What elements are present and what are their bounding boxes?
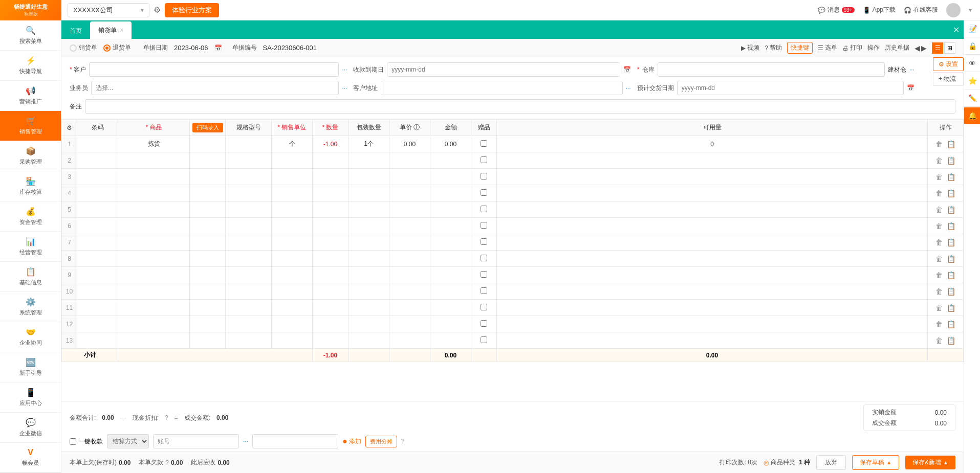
- qty-cell-1[interactable]: -1.00: [313, 136, 349, 152]
- qty-cell-5[interactable]: [313, 201, 349, 218]
- barcode-cell-3[interactable]: [77, 169, 118, 185]
- expected-delivery-calendar-icon[interactable]: 📅: [907, 84, 914, 92]
- delete-icon-11[interactable]: 🗑: [935, 304, 943, 312]
- calendar-icon[interactable]: 📅: [214, 44, 222, 52]
- sidebar-item-operations[interactable]: 📊 经营管理: [0, 232, 61, 262]
- delete-icon-2[interactable]: 🗑: [935, 156, 943, 165]
- copy-icon-8[interactable]: 📋: [947, 255, 955, 263]
- gift-checkbox-9[interactable]: [481, 271, 487, 278]
- settings-action-btn[interactable]: ⚙ 设置: [933, 57, 964, 71]
- float-btn-5[interactable]: ✏️: [964, 90, 980, 107]
- gift-checkbox-2[interactable]: [481, 156, 487, 163]
- doc-type-return-radio[interactable]: 退货单: [103, 43, 131, 52]
- product-cell-7[interactable]: [118, 234, 190, 251]
- gift-checkbox-1[interactable]: [481, 140, 487, 147]
- pkg-qty-cell-8[interactable]: [349, 251, 389, 267]
- delete-icon-5[interactable]: 🗑: [935, 206, 943, 214]
- product-cell-3[interactable]: [118, 169, 190, 185]
- spec-cell-13[interactable]: [226, 332, 272, 349]
- qty-cell-3[interactable]: [313, 169, 349, 185]
- unit-cell-10[interactable]: [272, 283, 313, 300]
- col-settings[interactable]: ⚙: [62, 120, 77, 136]
- select-btn[interactable]: ☰ 选单: [818, 43, 837, 52]
- delete-icon-12[interactable]: 🗑: [935, 320, 943, 328]
- unit-cell-1[interactable]: 个: [272, 136, 313, 152]
- amount-cell-6[interactable]: [430, 218, 471, 234]
- product-cell-9[interactable]: [118, 267, 190, 283]
- notes-input[interactable]: [85, 99, 955, 114]
- sidebar-item-base-info[interactable]: 📋 基础信息: [0, 262, 61, 292]
- delete-icon-6[interactable]: 🗑: [935, 222, 943, 230]
- message-item[interactable]: 💬 消息 99+: [818, 6, 855, 14]
- doc-type-sales-radio[interactable]: 销货单: [70, 43, 97, 52]
- add-btn[interactable]: ● 添加: [342, 437, 361, 446]
- spec-cell-3[interactable]: [226, 169, 272, 185]
- app-download-item[interactable]: 📱 App下载: [863, 6, 896, 14]
- gift-cell-8[interactable]: [471, 251, 497, 267]
- copy-icon-12[interactable]: 📋: [947, 320, 955, 328]
- expense-split-btn[interactable]: 费用分摊: [365, 436, 397, 447]
- copy-icon-2[interactable]: 📋: [947, 156, 955, 165]
- pkg-qty-cell-9[interactable]: [349, 267, 389, 283]
- pkg-qty-cell-7[interactable]: [349, 234, 389, 251]
- barcode-cell-1[interactable]: [77, 136, 118, 152]
- amount-cell-9[interactable]: [430, 267, 471, 283]
- copy-icon-1[interactable]: 📋: [947, 140, 955, 148]
- unit-cell-8[interactable]: [272, 251, 313, 267]
- spec-cell-6[interactable]: [226, 218, 272, 234]
- product-cell-4[interactable]: [118, 185, 190, 201]
- operation-btn[interactable]: 操作: [867, 43, 880, 52]
- sidebar-item-collab[interactable]: 🤝 企业协同: [0, 322, 61, 352]
- float-btn-4[interactable]: ⭐: [964, 73, 980, 89]
- warehouse-input[interactable]: [658, 62, 885, 77]
- gift-cell-11[interactable]: [471, 300, 497, 316]
- pkg-qty-cell-11[interactable]: [349, 300, 389, 316]
- unit-cell-11[interactable]: [272, 300, 313, 316]
- amount-cell-13[interactable]: [430, 332, 471, 349]
- price-cell-9[interactable]: [389, 267, 430, 283]
- grid-view-btn[interactable]: ⊞: [944, 42, 955, 54]
- pkg-qty-cell-6[interactable]: [349, 218, 389, 234]
- copy-icon-5[interactable]: 📋: [947, 206, 955, 214]
- amount-cell-5[interactable]: [430, 201, 471, 218]
- amount-cell-2[interactable]: [430, 152, 471, 169]
- gift-checkbox-10[interactable]: [481, 287, 487, 294]
- price-cell-3[interactable]: [389, 169, 430, 185]
- barcode-cell-2[interactable]: [77, 152, 118, 169]
- pkg-qty-cell-1[interactable]: 1个: [349, 136, 389, 152]
- price-cell-4[interactable]: [389, 185, 430, 201]
- product-cell-5[interactable]: [118, 201, 190, 218]
- unit-cell-2[interactable]: [272, 152, 313, 169]
- shortcut-btn[interactable]: 快捷键: [787, 42, 813, 54]
- amount-cell-10[interactable]: [430, 283, 471, 300]
- user-arrow[interactable]: ▾: [969, 7, 972, 14]
- expected-delivery-input[interactable]: [677, 81, 904, 95]
- gift-cell-7[interactable]: [471, 234, 497, 251]
- product-cell-10[interactable]: [118, 283, 190, 300]
- price-cell-8[interactable]: [389, 251, 430, 267]
- unit-cell-7[interactable]: [272, 234, 313, 251]
- scan-btn[interactable]: 扫码录入: [192, 123, 223, 132]
- gift-cell-5[interactable]: [471, 201, 497, 218]
- qty-cell-9[interactable]: [313, 267, 349, 283]
- sidebar-item-guide[interactable]: 🆕 新手引导: [0, 352, 61, 382]
- price-cell-6[interactable]: [389, 218, 430, 234]
- qty-cell-6[interactable]: [313, 218, 349, 234]
- sidebar-item-inventory[interactable]: 🏪 库存核算: [0, 171, 61, 201]
- unit-cell-5[interactable]: [272, 201, 313, 218]
- spec-cell-8[interactable]: [226, 251, 272, 267]
- product-cell-6[interactable]: [118, 218, 190, 234]
- qty-cell-4[interactable]: [313, 185, 349, 201]
- qty-cell-8[interactable]: [313, 251, 349, 267]
- video-btn[interactable]: ▶ 视频: [741, 43, 759, 52]
- float-btn-1[interactable]: 📝: [964, 20, 980, 37]
- product-cell-2[interactable]: [118, 152, 190, 169]
- col-scan[interactable]: 扫码录入: [190, 120, 226, 136]
- sidebar-item-wechat[interactable]: 💬 企业微信: [0, 413, 61, 443]
- sidebar-item-appstore[interactable]: 📱 应用中心: [0, 382, 61, 413]
- spec-cell-12[interactable]: [226, 316, 272, 332]
- qty-cell-13[interactable]: [313, 332, 349, 349]
- copy-icon-13[interactable]: 📋: [947, 336, 955, 345]
- barcode-cell-7[interactable]: [77, 234, 118, 251]
- amount-input[interactable]: [252, 434, 338, 448]
